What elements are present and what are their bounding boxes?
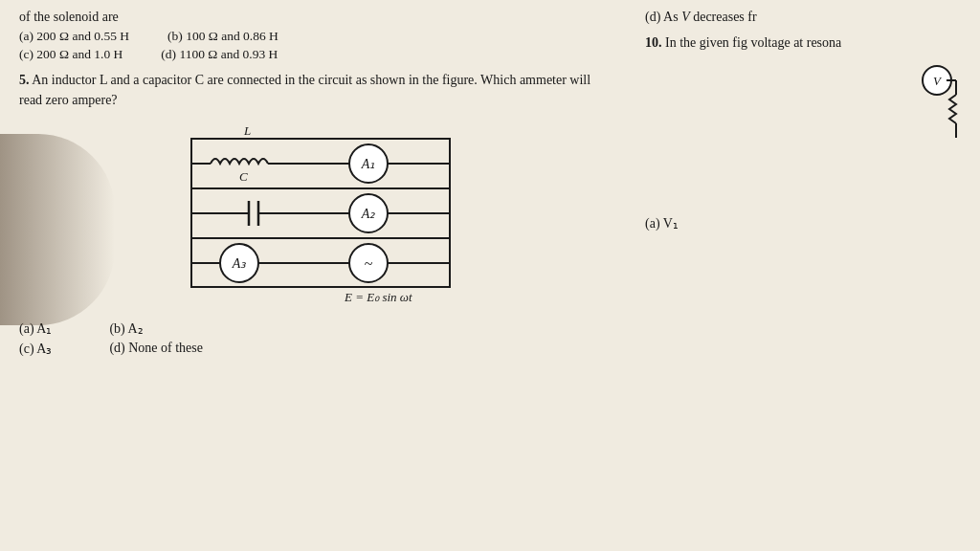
top-section: of the solenoid are (a) 200 Ω and 0.55 H… [19,10,961,357]
q-right-opt-d: (d) As V decreases fr [645,10,961,25]
right-opt-d-text: (d) As V decreases fr [645,10,757,24]
q5-ans-c: (c) A₃ [19,341,52,357]
label-C: C [239,169,248,184]
q10-number: 10. [645,35,662,50]
ammeter-a2-label: A₂ [361,207,376,221]
q5-body: An inductor L and a capacitor C are conn… [19,73,590,107]
q5-number: 5. [19,73,30,87]
e-label: E = E₀ sin ωt [344,290,412,304]
solenoid-text: of the solenoid are [19,10,119,24]
q10-ans-a: (a) V₁ [645,216,679,231]
q10-body: In the given fig voltage at resona [665,35,841,50]
circuit-svg: L A₁ C [153,120,479,311]
answers-right-col: (b) A₂ (d) None of these [109,320,203,356]
left-column: of the solenoid are (a) 200 Ω and 0.55 H… [19,10,612,357]
ammeter-a3-label: A₃ [232,256,248,271]
answers-left-col: (a) A₁ (c) A₃ [19,320,52,357]
q5-answers: (a) A₁ (c) A₃ (b) A₂ (d) None of these [19,320,612,357]
q4-options-row1: (a) 200 Ω and 0.55 H (b) 100 Ω and 0.86 … [19,29,612,44]
q5-ans-b: (b) A₂ [109,320,203,337]
page: of the solenoid are (a) 200 Ω and 0.55 H… [0,0,980,551]
right-column: (d) As V decreases fr 10. In the given f… [626,10,961,357]
question-5: 5. An inductor L and a capacitor C are c… [19,70,612,357]
solenoid-header: of the solenoid are [19,10,612,25]
q10-circuit: V [645,61,961,176]
q5-ans-a: (a) A₁ [19,320,52,337]
q5-ans-d: (d) None of these [109,341,203,356]
label-L: L [243,123,251,138]
q4-options-row2: (c) 200 Ω and 1.0 H (d) 1100 Ω and 0.93 … [19,47,612,62]
q10-text: 10. In the given fig voltage at resona [645,33,961,54]
ac-source-symbol: ~ [365,255,373,272]
q10-circuit-svg: V [884,61,961,176]
circuit-diagram: L A₁ C [19,120,612,311]
q4-opt-a: (a) 200 Ω and 0.55 H [19,29,129,44]
q4-opt-b: (b) 100 Ω and 0.86 H [167,29,278,44]
q10-answers: (a) V₁ [645,214,961,231]
q4-opt-c: (c) 200 Ω and 1.0 H [19,47,122,62]
q4-opt-d: (d) 1100 Ω and 0.93 H [161,47,278,62]
q5-text: 5. An inductor L and a capacitor C are c… [19,70,612,110]
ammeter-a1-label: A₁ [361,157,376,171]
